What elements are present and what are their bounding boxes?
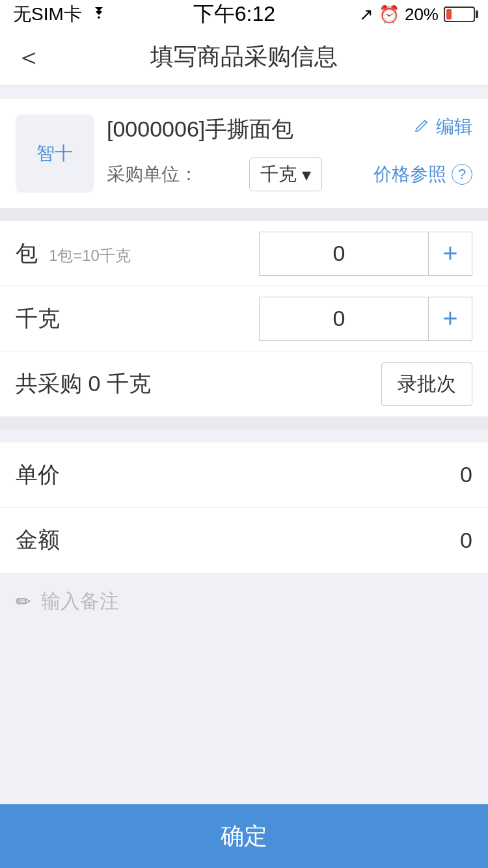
unit-label: 采购单位： <box>107 162 198 187</box>
price-ref-button[interactable]: 价格参照 ? <box>373 162 472 187</box>
back-button[interactable]: ＜ <box>16 39 42 75</box>
status-time: 下午6:12 <box>193 0 275 29</box>
kg-label: 千克 <box>16 304 81 334</box>
carrier-text: 无SIM卡 <box>13 2 82 27</box>
unit-select[interactable]: 千克 ▾ <box>249 157 322 191</box>
page-title: 填写商品采购信息 <box>150 41 338 73</box>
remark-section[interactable]: ✏ 输入备注 <box>0 573 488 631</box>
product-name: [0000006]手撕面包 <box>107 115 293 144</box>
section-divider-2 <box>0 416 488 429</box>
kg-input-row: 千克 + <box>0 286 488 351</box>
summary-row: 共采购 0 千克 录批次 <box>0 351 488 416</box>
summary-text: 共采购 0 千克 <box>16 369 151 399</box>
bag-label-group: 包 1包=10千克 <box>16 239 131 269</box>
location-icon: ↗ <box>359 5 373 25</box>
bag-plus-button[interactable]: + <box>428 232 472 276</box>
unit-value: 千克 <box>260 162 297 187</box>
batch-button[interactable]: 录批次 <box>381 362 472 406</box>
kg-plus-button[interactable]: + <box>428 297 472 341</box>
amount-label: 金额 <box>16 525 60 555</box>
section-divider-1 <box>0 208 488 221</box>
unit-row: 采购单位： 千克 ▾ 价格参照 ? <box>107 157 472 191</box>
battery-percent: 20% <box>405 5 439 25</box>
bag-input-right: + <box>259 232 472 276</box>
remark-placeholder: 输入备注 <box>41 588 119 615</box>
status-right: ↗ ⏰ 20% <box>359 5 475 25</box>
amount-value: 0 <box>460 528 472 553</box>
battery-icon <box>444 7 475 22</box>
kg-number-input[interactable] <box>259 297 428 341</box>
edit-label: 编辑 <box>436 115 472 139</box>
product-logo-text: 智十 <box>36 141 73 166</box>
product-thumbnail: 智十 <box>16 115 94 193</box>
edit-icon <box>414 118 432 136</box>
edit-button[interactable]: 编辑 <box>414 115 472 139</box>
kg-input-right: + <box>259 297 472 341</box>
pencil-icon: ✏ <box>16 591 31 612</box>
amount-row: 金额 0 <box>0 508 488 573</box>
unit-price-value: 0 <box>460 462 472 487</box>
bag-label: 包 <box>16 241 38 265</box>
status-left: 无SIM卡 <box>13 2 109 27</box>
bag-sub-label: 1包=10千克 <box>49 247 131 264</box>
price-ref-label: 价格参照 <box>373 162 446 187</box>
help-icon: ? <box>452 164 472 185</box>
unit-price-row: 单价 0 <box>0 442 488 508</box>
content-area <box>0 631 488 826</box>
wifi-icon <box>88 7 109 21</box>
product-name-row: [0000006]手撕面包 编辑 <box>107 115 472 144</box>
bag-number-input[interactable] <box>259 232 428 276</box>
nav-bar: ＜ 填写商品采购信息 <box>0 29 488 86</box>
price-section: 单价 0 金额 0 <box>0 442 488 573</box>
input-section: 包 1包=10千克 + 千克 + <box>0 221 488 351</box>
battery-fill <box>446 9 452 20</box>
bag-input-row: 包 1包=10千克 + <box>0 221 488 286</box>
status-bar: 无SIM卡 下午6:12 ↗ ⏰ 20% <box>0 0 488 29</box>
alarm-icon: ⏰ <box>379 5 400 25</box>
product-info: [0000006]手撕面包 编辑 采购单位： 千克 ▾ 价格参照 ? <box>107 115 472 191</box>
dropdown-arrow-icon: ▾ <box>302 164 311 185</box>
confirm-button[interactable]: 确定 <box>0 804 488 868</box>
unit-price-label: 单价 <box>16 460 60 490</box>
product-card: 智十 [0000006]手撕面包 编辑 采购单位： 千克 ▾ 价格参照 ? <box>0 99 488 208</box>
